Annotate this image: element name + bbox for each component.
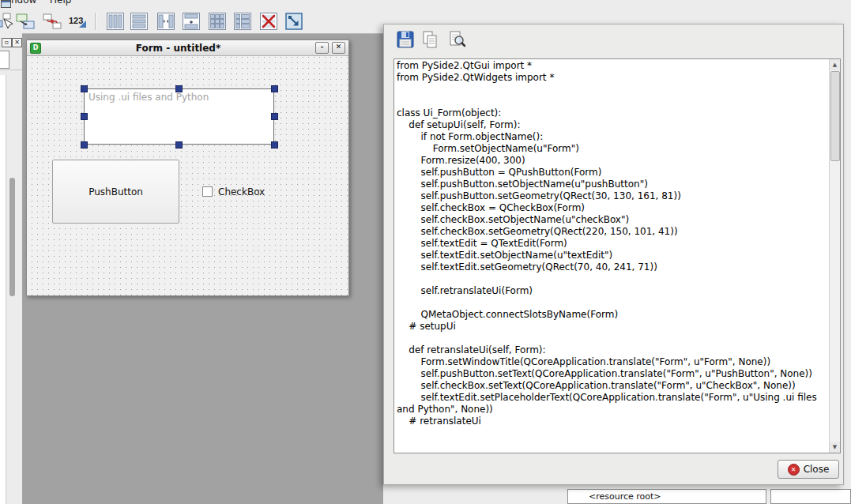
code-text: from PySide2.QtGui import * from PySide2… [394,59,829,453]
splitter-horizontal-button[interactable] [155,10,175,31]
panel-divider [0,70,22,70]
scroll-up-icon[interactable]: ▲ [830,59,840,70]
selection-handle-middle-right[interactable] [271,113,278,120]
sidebar-scrollbar[interactable] [9,178,15,296]
checkbox-label: CheckBox [218,186,265,197]
form-editor-window: D Form - untitled* - ✕ Using .ui files a… [26,39,349,296]
resource-file-list[interactable] [770,489,851,504]
splitter-horizontal-icon [156,11,176,32]
layout-form-icon [232,11,253,32]
scrollbar-thumb[interactable] [830,71,840,161]
dock-close-icon[interactable]: ✕ [12,38,22,47]
toolbar-separator [95,13,96,30]
close-window-button[interactable]: ✕ [332,42,345,54]
svg-text:123: 123 [69,16,83,25]
layout-vertical-icon [129,11,149,32]
selection-handle-top-right[interactable] [271,85,278,92]
layout-grid-button[interactable] [206,10,227,31]
edit-buddies-icon [42,11,62,32]
form-window-titlebar[interactable]: D Form - untitled* - ✕ [27,40,348,56]
copy-button[interactable] [420,29,441,50]
edit-signals-slots-button[interactable] [14,10,35,31]
save-icon [395,29,416,50]
widget-filter-input[interactable] [0,51,9,69]
find-button[interactable] [447,29,468,50]
selection-handle-top-middle[interactable] [175,85,183,92]
edit-tab-order-button[interactable]: 123 [66,10,87,31]
menu-help[interactable]: Help [50,0,71,6]
selection-handle-bottom-left[interactable] [81,141,88,149]
qt-designer-window: ndow Help [0,0,851,504]
code-preview-dialog: from PySide2.QtGui import * from PySide2… [383,24,844,485]
edit-signals-slots-icon [15,11,36,32]
widget-list[interactable] [0,75,6,504]
pushbutton-widget[interactable]: PushButton [52,160,179,224]
resource-tree[interactable]: <resource root> [567,489,766,504]
selection-handle-top-left[interactable] [81,85,88,92]
textedit-placeholder: Using .ui files and Python [88,92,209,103]
designer-form-icon: D [30,43,41,54]
checkbox-widget[interactable]: CheckBox [202,175,282,208]
layout-vertical-button[interactable] [128,10,149,31]
textedit-widget[interactable]: Using .ui files and Python [84,88,274,145]
adjust-size-button[interactable] [283,10,303,31]
main-toolbar: 123 [0,6,383,35]
layout-form-button[interactable] [232,10,252,31]
menu-window[interactable]: ndow [11,0,36,6]
layout-horizontal-button[interactable] [104,10,125,31]
resource-root-item[interactable]: <resource root> [589,491,661,502]
minimize-button[interactable]: - [315,42,329,54]
widget-box-panel: ▫ ✕ [0,33,22,504]
form-canvas[interactable]: Using .ui files and Python PushButton Ch… [27,57,348,295]
form-window-title: Form - untitled* [44,43,312,54]
code-view[interactable]: from PySide2.QtGui import * from PySide2… [393,58,841,453]
save-button[interactable] [395,29,416,50]
code-vertical-scrollbar[interactable]: ▲ ▼ [829,59,840,453]
selection-handle-bottom-middle[interactable] [175,141,183,149]
selection-handle-bottom-right[interactable] [271,141,278,149]
break-layout-button[interactable] [258,10,278,31]
layout-horizontal-icon [105,11,126,32]
scroll-down-icon[interactable]: ▼ [830,442,840,453]
layout-grid-icon [207,11,228,32]
splitter-vertical-icon [181,11,201,32]
close-button-label: Close [804,464,830,475]
checkbox-indicator[interactable] [202,186,213,197]
copy-icon [420,29,441,50]
edit-tab-order-icon: 123 [67,11,88,32]
find-icon [447,29,468,50]
close-button[interactable]: ✕ Close [778,460,839,479]
edit-widgets-icon [0,11,13,32]
edit-buddies-button[interactable] [41,10,62,31]
break-layout-icon [258,11,279,32]
edit-widgets-button[interactable] [0,10,13,31]
adjust-size-icon [284,11,304,32]
dock-float-icon[interactable]: ▫ [2,38,12,47]
close-dialog-icon: ✕ [788,464,800,476]
selection-handle-middle-left[interactable] [81,113,88,120]
splitter-vertical-button[interactable] [180,10,201,31]
